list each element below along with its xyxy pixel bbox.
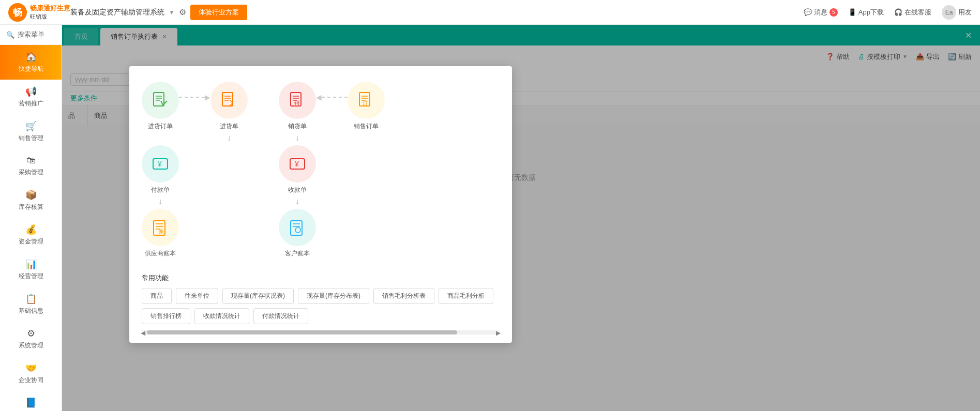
avatar: Ea bbox=[942, 5, 956, 20]
supplier-circle: 账 bbox=[142, 209, 179, 246]
message-icon: 💬 bbox=[804, 8, 812, 16]
sidebar-item-enterprise[interactable]: 🤝 企业协同 bbox=[0, 356, 62, 391]
modal: 进货订单 ¥ 付款单 ↓ bbox=[129, 66, 512, 343]
sidebar-item-label: 经营管理 bbox=[19, 272, 43, 281]
logo-icon: 畅 bbox=[8, 3, 27, 22]
receipt-circle: ¥ bbox=[279, 145, 316, 182]
flow-node-purchase-order[interactable]: 进货订单 bbox=[142, 82, 179, 131]
sidebar-item-purchase[interactable]: 🛍 采购管理 bbox=[0, 149, 62, 183]
receipt-label: 收款单 bbox=[288, 186, 307, 194]
flow-node-supplier-account[interactable]: 账 供应商账本 bbox=[142, 209, 179, 258]
payment-circle: ¥ bbox=[142, 145, 179, 182]
flow-diagram: 进货订单 ¥ 付款单 ↓ bbox=[142, 77, 500, 263]
search-menu-button[interactable]: 🔍 搜索菜单 bbox=[0, 25, 62, 45]
topbar-right: 💬 消息 5 📱 App下载 🎧 在线客服 Ea 用友 bbox=[804, 5, 972, 20]
quick-btn-party[interactable]: 往来单位 bbox=[176, 288, 218, 304]
sidebar-item-quick-nav[interactable]: 🏠 快捷导航 bbox=[0, 45, 62, 80]
quick-btn-stock-dist[interactable]: 现存量(库存分布表) bbox=[298, 288, 369, 304]
svg-text:销: 销 bbox=[294, 100, 299, 105]
sidebar-item-system[interactable]: ⚙ 系统管理 bbox=[0, 322, 62, 356]
customer-circle bbox=[279, 209, 316, 246]
sidebar-item-inventory[interactable]: 📦 库存核算 bbox=[0, 183, 62, 218]
svg-point-25 bbox=[295, 227, 300, 233]
gear-icon[interactable]: ⚙ bbox=[179, 7, 186, 17]
payment-icon: ¥ bbox=[150, 154, 170, 174]
payment-label: 付款单 bbox=[151, 186, 170, 194]
flow-node-sales-slip[interactable]: 销 销货单 bbox=[279, 82, 316, 131]
sidebar: 🔍 搜索菜单 🏠 快捷导航 📢 营销推广 🛒 销售管理 🛍 采购管理 📦 库存核… bbox=[0, 25, 62, 411]
newbie-icon: 📘 bbox=[25, 397, 37, 408]
flow-node-customer-account[interactable]: 客户账本 bbox=[279, 209, 316, 258]
purchase-order-label: 进货订单 bbox=[148, 122, 173, 131]
sales-slip-icon: 销 bbox=[288, 90, 307, 110]
title-dropdown-icon[interactable]: ▼ bbox=[169, 9, 175, 16]
finance-icon: 💰 bbox=[25, 224, 37, 235]
flow-node-receipt[interactable]: ¥ 收款单 bbox=[279, 145, 316, 194]
sidebar-item-label: 企业协同 bbox=[19, 376, 43, 385]
purchase-slip-icon bbox=[219, 90, 239, 110]
overlay[interactable]: 进货订单 ¥ 付款单 ↓ bbox=[62, 25, 980, 411]
sidebar-item-operations[interactable]: 📊 经营管理 bbox=[0, 252, 62, 287]
sidebar-item-label: 营销推广 bbox=[19, 99, 43, 108]
sidebar-item-label: 采购管理 bbox=[19, 168, 43, 177]
quick-btn-sales-ranking[interactable]: 销售排行榜 bbox=[142, 308, 190, 324]
sidebar-item-basic[interactable]: 📋 基础信息 bbox=[0, 287, 62, 322]
sidebar-item-label: 库存核算 bbox=[19, 203, 43, 211]
sales-slip-label: 销货单 bbox=[288, 122, 307, 131]
purchase-icon: 🛍 bbox=[26, 155, 36, 166]
enterprise-icon: 🤝 bbox=[25, 362, 37, 374]
quick-btn-stock-status[interactable]: 现存量(库存状况表) bbox=[222, 288, 294, 304]
quick-btn-product[interactable]: 商品 bbox=[142, 288, 172, 304]
quick-buttons-row1: 商品 往来单位 现存量(库存状况表) 现存量(库存分布表) 销售毛利分析表 商品… bbox=[142, 288, 500, 304]
flow-node-payment[interactable]: ¥ 付款单 bbox=[142, 145, 179, 194]
sales-order-icon: 订 bbox=[356, 90, 376, 110]
svg-text:账: 账 bbox=[159, 229, 164, 234]
sidebar-item-sales[interactable]: 🛒 销售管理 bbox=[0, 114, 62, 149]
quick-btn-payment-stats[interactable]: 付款情况统计 bbox=[253, 308, 308, 324]
experience-button[interactable]: 体验行业方案 bbox=[190, 5, 247, 20]
sidebar-item-newbie[interactable]: 📘 新手引导 bbox=[0, 391, 62, 411]
sidebar-item-marketing[interactable]: 📢 营销推广 bbox=[0, 80, 62, 114]
message-badge: 5 bbox=[830, 8, 838, 17]
inventory-icon: 📦 bbox=[25, 189, 37, 201]
operations-icon: 📊 bbox=[25, 258, 37, 270]
sidebar-item-label: 系统管理 bbox=[19, 341, 43, 350]
sales-slip-circle: 销 bbox=[279, 82, 316, 119]
sidebar-item-finance[interactable]: 💰 资金管理 bbox=[0, 218, 62, 252]
sales-order-label: 销售订单 bbox=[354, 122, 379, 131]
message-button[interactable]: 💬 消息 5 bbox=[804, 8, 838, 17]
marketing-icon: 📢 bbox=[25, 86, 37, 97]
customer-account-label: 客户账本 bbox=[285, 249, 310, 258]
quick-btn-receipt-stats[interactable]: 收款情况统计 bbox=[194, 308, 249, 324]
modal-scrollbar[interactable]: ◀ ▶ bbox=[142, 330, 500, 334]
home-icon: 🏠 bbox=[25, 51, 37, 63]
flow-node-sales-order[interactable]: 订 销售订单 bbox=[348, 82, 385, 131]
sidebar-item-label: 销售管理 bbox=[19, 134, 43, 143]
supplier-icon: 账 bbox=[150, 218, 170, 237]
system-icon: ⚙ bbox=[27, 328, 35, 339]
svg-text:订: 订 bbox=[363, 100, 368, 106]
search-icon: 🔍 bbox=[6, 31, 14, 39]
app-download-button[interactable]: 📱 App下载 bbox=[848, 8, 884, 17]
sales-order-circle: 订 bbox=[348, 82, 385, 119]
customer-icon bbox=[288, 218, 307, 237]
logo-text: 畅康通好生意 旺销版 bbox=[30, 4, 70, 20]
purchase-order-icon bbox=[150, 90, 170, 110]
scroll-left-icon[interactable]: ◀ bbox=[141, 329, 145, 337]
quick-btn-sales-profit[interactable]: 销售毛利分析表 bbox=[373, 288, 434, 304]
purchase-slip-label: 进货单 bbox=[220, 122, 238, 131]
sidebar-item-label: 快捷导航 bbox=[19, 65, 43, 73]
flow-node-purchase-slip[interactable]: 进货单 bbox=[210, 82, 248, 131]
sidebar-item-label: 基础信息 bbox=[19, 307, 43, 315]
service-icon: 🎧 bbox=[894, 8, 902, 16]
quick-btn-product-profit[interactable]: 商品毛利分析 bbox=[439, 288, 493, 304]
online-service-button[interactable]: 🎧 在线客服 bbox=[894, 8, 931, 17]
main-content: 首页 销售订单执行表 ✕ ✕ ❓ 帮助 🖨 按模板打印 ▼ 📤 导出 🔄 刷新 … bbox=[62, 25, 980, 411]
download-icon: 📱 bbox=[848, 8, 856, 16]
user-menu-button[interactable]: Ea 用友 bbox=[942, 5, 972, 20]
svg-text:¥: ¥ bbox=[157, 160, 162, 168]
purchase-order-circle bbox=[142, 82, 179, 119]
system-title-area: 装备及固定资产辅助管理系统 ▼ ⚙ 体验行业方案 bbox=[70, 5, 804, 20]
supplier-account-label: 供应商账本 bbox=[145, 249, 176, 258]
scroll-right-icon[interactable]: ▶ bbox=[496, 329, 501, 337]
